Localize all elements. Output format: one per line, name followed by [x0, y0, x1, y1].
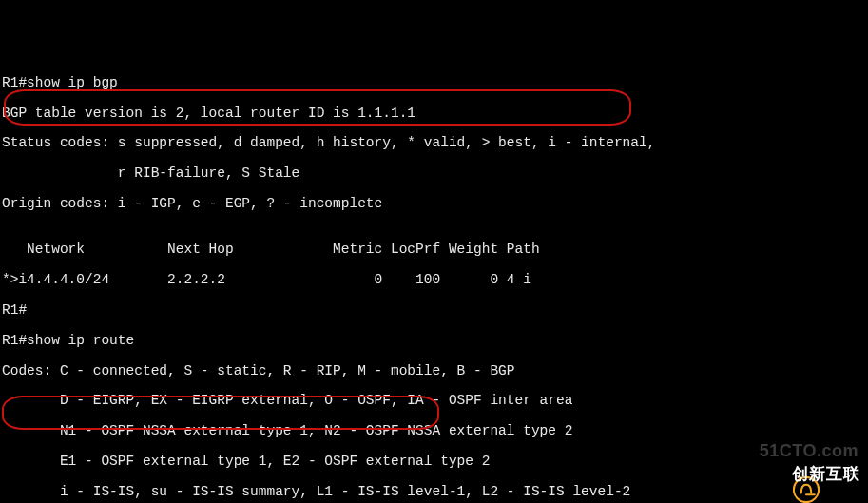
watermark-faded-text: 51CTO.com — [760, 442, 858, 461]
terminal-line: R1#show ip route — [2, 334, 868, 349]
terminal-output[interactable]: R1#show ip bgp BGP table version is 2, l… — [2, 61, 868, 503]
terminal-line: Network Next Hop Metric LocPrf Weight Pa… — [2, 242, 868, 258]
terminal-line: r RIB-failure, S Stale — [2, 166, 868, 182]
terminal-line: *>i4.4.4.0/24 2.2.2.2 0 100 0 4 i — [2, 273, 868, 288]
terminal-line: R1# — [2, 303, 868, 319]
terminal-line: BGP table version is 2, local router ID … — [2, 106, 868, 122]
terminal-line: N1 - OSPF NSSA external type 1, N2 - OSP… — [2, 424, 868, 439]
watermark-text: 创新互联 — [792, 466, 860, 484]
watermark-logo-icon — [760, 461, 786, 488]
terminal-line: E1 - OSPF external type 1, E2 - OSPF ext… — [2, 455, 868, 470]
terminal-line: Origin codes: i - IGP, e - EGP, ? - inco… — [2, 197, 868, 212]
terminal-line: R1#show ip bgp — [2, 76, 868, 91]
terminal-line: Status codes: s suppressed, d damped, h … — [2, 136, 868, 151]
terminal-line: Codes: C - connected, S - static, R - RI… — [2, 364, 868, 379]
watermark: 51CTO.com 创新互联 — [750, 457, 868, 490]
terminal-line: i - IS-IS, su - IS-IS summary, L1 - IS-I… — [2, 485, 868, 500]
terminal-line: D - EIGRP, EX - EIGRP external, O - OSPF… — [2, 394, 868, 409]
